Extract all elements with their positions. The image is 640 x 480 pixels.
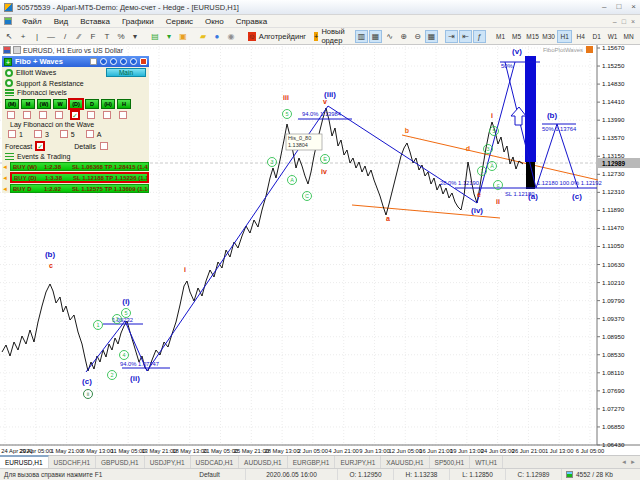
lay-fib-checkbox[interactable] [8, 130, 16, 138]
degree-checkbox[interactable]: ✓ [71, 111, 79, 119]
tile-windows-icon[interactable]: ▦ [425, 30, 438, 43]
pointer-icon[interactable]: ↖ [3, 30, 16, 43]
chart-tab[interactable]: USDCAD,H1 [191, 456, 240, 468]
signal-row[interactable]: ◄BUY D1:2.92SL 1.12575 TP 1.13609 (1.146… [2, 184, 149, 193]
mdi-restore-button[interactable]: □ [622, 18, 626, 25]
status-profile[interactable]: Default [174, 469, 246, 480]
chart-tab[interactable]: XAUUSD,H1 [381, 456, 429, 468]
depth-of-market-icon[interactable]: ● [211, 30, 224, 43]
degree-checkbox[interactable] [55, 111, 63, 119]
timeframe-mn[interactable]: MN [621, 30, 636, 43]
panel-push-icon[interactable] [120, 58, 127, 65]
support-settings-icon[interactable] [5, 79, 13, 87]
timeframe-h4[interactable]: H4 [573, 30, 588, 43]
tab-nav-arrow[interactable]: ◄ [621, 459, 627, 465]
arrows-icon[interactable]: % [115, 30, 128, 43]
vertical-line-icon[interactable]: | [31, 30, 44, 43]
menu-item[interactable]: Вид [48, 16, 74, 27]
candle-chart-icon[interactable]: ▦ [369, 30, 382, 43]
zoom-out-icon[interactable]: ⊖ [411, 30, 424, 43]
minimize-button[interactable]: – [602, 3, 606, 11]
text-label-icon[interactable]: T [101, 30, 114, 43]
panel-mail-icon[interactable] [110, 58, 117, 65]
panel-popup-icon[interactable] [130, 58, 137, 65]
timeframe-m1[interactable]: M1 [493, 30, 508, 43]
chart-tab[interactable]: AUDUSD,H1 [239, 456, 288, 468]
symbols-icon[interactable]: ▰ [197, 30, 210, 43]
degree-checkbox[interactable] [119, 111, 127, 119]
wave-degree-button[interactable]: (D) [69, 99, 83, 109]
indicators-icon[interactable]: ƒ [473, 30, 486, 43]
degree-checkbox[interactable] [87, 111, 95, 119]
zoom-in-icon[interactable]: ⊕ [397, 30, 410, 43]
menu-item[interactable]: Справка [230, 16, 273, 27]
close-button[interactable]: × [631, 3, 636, 11]
trendline-icon[interactable]: / [59, 30, 72, 43]
panel-sound-icon[interactable] [100, 58, 107, 65]
menu-item[interactable]: Вставка [74, 16, 116, 27]
chart-shift-icon[interactable]: ⇤ [459, 30, 472, 43]
chart-tab[interactable]: USDJPY,H1 [145, 456, 191, 468]
timeframe-h1[interactable]: H1 [557, 30, 572, 43]
signal-row[interactable]: ◄BUY (D)1:3.38SL 1.12188 TP 1.15236 (1.1… [2, 172, 149, 183]
menu-item[interactable]: Файл [16, 16, 48, 27]
bar-chart-icon[interactable]: ▥ [355, 30, 368, 43]
timeframe-m5[interactable]: M5 [509, 30, 524, 43]
profiles-icon[interactable]: ▣ [177, 30, 190, 43]
menu-item[interactable]: Сервис [160, 16, 199, 27]
new-order-button[interactable]: +Новый ордер [310, 30, 349, 43]
main-button[interactable]: Main [106, 68, 146, 77]
chart-tab[interactable]: EURUSD,H1 [0, 455, 49, 468]
degree-checkbox[interactable] [23, 111, 31, 119]
details-checkbox[interactable] [100, 142, 108, 150]
wave-degree-button[interactable]: W [53, 99, 67, 109]
line-chart-icon[interactable]: ∿ [383, 30, 396, 43]
auto-scroll-icon[interactable]: ⇥ [445, 30, 458, 43]
chart-tab[interactable]: WTI,H1 [470, 456, 503, 468]
forecast-checkbox[interactable]: ✓ [36, 142, 44, 150]
wave-degree-button[interactable]: M [21, 99, 35, 109]
timeframe-m15[interactable]: M15 [525, 30, 540, 43]
mdi-minimize-button[interactable]: – [613, 18, 617, 25]
chart-tab[interactable]: GBPUSD,H1 [96, 456, 145, 468]
timeframe-m30[interactable]: M30 [541, 30, 556, 43]
degree-checkbox[interactable] [7, 111, 15, 119]
chart-tab[interactable]: SP500,H1 [430, 456, 471, 468]
lay-fib-checkbox[interactable] [86, 130, 94, 138]
tab-nav-arrow[interactable]: ► [630, 459, 636, 465]
crosshair-icon[interactable]: + [17, 30, 30, 43]
algo-trading-button[interactable]: ☺Алготрейдинг [244, 30, 310, 43]
panel-header[interactable]: + Fibo + Waves [2, 56, 149, 67]
chart-tab[interactable]: EURJPY,H1 [335, 456, 381, 468]
horizontal-line-icon[interactable]: — [45, 30, 58, 43]
maximize-button[interactable]: □ [616, 3, 621, 11]
chart-tab[interactable]: EURGBP,H1 [288, 456, 336, 468]
timeframe-d1[interactable]: D1 [589, 30, 604, 43]
new-chart-icon[interactable]: ▤ [149, 30, 162, 43]
signal-row[interactable]: ◄BUY (W)1:2.38SL 1.06368 TP 1.28415 (1.4… [2, 162, 149, 171]
panel-close-icon[interactable] [140, 58, 147, 65]
market-watch-icon[interactable]: ◉ [225, 30, 238, 43]
wave-degree-button[interactable]: (H) [101, 99, 115, 109]
menu-item[interactable]: Графики [116, 16, 160, 27]
elliott-settings-icon[interactable] [5, 69, 13, 77]
wave-degree-button[interactable]: (W) [37, 99, 51, 109]
fibonacci-icon[interactable]: F [87, 30, 100, 43]
degree-checkbox[interactable] [39, 111, 47, 119]
chart-tab[interactable]: USDCHF,H1 [49, 456, 96, 468]
mdi-close-button[interactable]: × [631, 18, 635, 25]
chart-area[interactable]: 1.156701.152501.148301.144101.139901.135… [0, 45, 640, 455]
lay-fib-checkbox[interactable] [60, 130, 68, 138]
menu-item[interactable]: Окно [199, 16, 230, 27]
chart-dropdown-icon[interactable]: ▾ [163, 30, 176, 43]
wave-degree-button[interactable]: H [117, 99, 131, 109]
channel-icon[interactable]: ⁄⁄ [73, 30, 86, 43]
panel-collapse-icon[interactable] [90, 58, 97, 65]
lay-fib-checkbox[interactable] [34, 130, 42, 138]
wave-degree-button[interactable]: D [85, 99, 99, 109]
timeframe-w1[interactable]: W1 [605, 30, 620, 43]
objects-dropdown-icon[interactable]: ▾ [129, 30, 142, 43]
wave-degree-button[interactable]: (M) [5, 99, 19, 109]
degree-checkbox[interactable] [103, 111, 111, 119]
panel-expand-icon[interactable]: + [4, 58, 12, 66]
